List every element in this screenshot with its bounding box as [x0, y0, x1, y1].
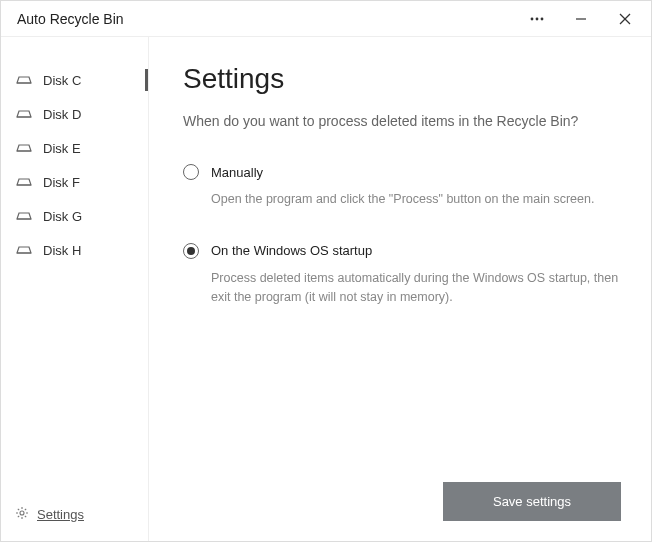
svg-point-1 [536, 17, 539, 20]
titlebar: Auto Recycle Bin [1, 1, 651, 37]
radio-label: On the Windows OS startup [211, 243, 372, 258]
minimize-button[interactable] [559, 1, 603, 37]
more-button[interactable] [515, 1, 559, 37]
process-mode-group: Manually Open the program and click the … [183, 164, 621, 340]
radio-manually[interactable]: Manually [183, 164, 621, 180]
settings-link[interactable]: Settings [15, 506, 134, 523]
sidebar-item-disk-e[interactable]: Disk E [1, 131, 148, 165]
disk-icon [15, 209, 33, 223]
radio-indicator [183, 164, 199, 180]
disk-icon [15, 107, 33, 121]
disk-icon [15, 243, 33, 257]
close-button[interactable] [603, 1, 647, 37]
app-title: Auto Recycle Bin [17, 11, 124, 27]
radio-label: Manually [211, 165, 263, 180]
gear-icon [15, 506, 29, 523]
sidebar-item-disk-c[interactable]: Disk C [1, 63, 148, 97]
svg-point-2 [541, 17, 544, 20]
radio-indicator [183, 243, 199, 259]
sidebar-footer: Settings [1, 492, 148, 541]
sidebar-item-label: Disk F [43, 175, 80, 190]
sidebar: Disk C Disk D Disk E [1, 37, 149, 541]
content-area: Disk C Disk D Disk E [1, 37, 651, 541]
save-button[interactable]: Save settings [443, 482, 621, 521]
minimize-icon [575, 13, 587, 25]
close-icon [619, 13, 631, 25]
disk-icon [15, 141, 33, 155]
disk-list: Disk C Disk D Disk E [1, 63, 148, 492]
footer-bar: Save settings [443, 482, 621, 521]
option-on-startup: On the Windows OS startup Process delete… [183, 243, 621, 307]
disk-icon [15, 175, 33, 189]
page-subtitle: When do you want to process deleted item… [183, 111, 621, 132]
sidebar-item-disk-g[interactable]: Disk G [1, 199, 148, 233]
settings-link-label: Settings [37, 507, 84, 522]
radio-description: Open the program and click the "Process"… [211, 190, 621, 209]
sidebar-item-label: Disk H [43, 243, 81, 258]
sidebar-item-disk-h[interactable]: Disk H [1, 233, 148, 267]
radio-on-startup[interactable]: On the Windows OS startup [183, 243, 621, 259]
sidebar-item-disk-f[interactable]: Disk F [1, 165, 148, 199]
main-panel: Settings When do you want to process del… [149, 37, 651, 541]
svg-point-0 [531, 17, 534, 20]
disk-icon [15, 73, 33, 87]
sidebar-item-label: Disk D [43, 107, 81, 122]
page-title: Settings [183, 63, 621, 95]
radio-description: Process deleted items automatically duri… [211, 269, 621, 307]
app-window: Auto Recycle Bin Disk [0, 0, 652, 542]
svg-point-12 [20, 511, 24, 515]
sidebar-item-label: Disk G [43, 209, 82, 224]
more-icon [530, 17, 544, 21]
option-manually: Manually Open the program and click the … [183, 164, 621, 209]
sidebar-item-label: Disk E [43, 141, 81, 156]
sidebar-item-disk-d[interactable]: Disk D [1, 97, 148, 131]
sidebar-item-label: Disk C [43, 73, 81, 88]
